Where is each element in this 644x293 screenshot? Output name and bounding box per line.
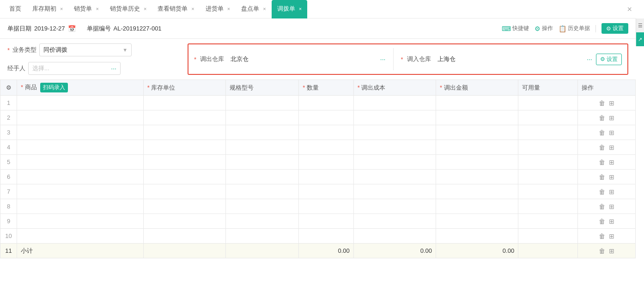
unit-cell[interactable] [143,155,225,170]
transfer-cost-cell[interactable] [353,184,436,199]
copy-icon[interactable]: ⊞ [609,99,614,107]
transfer-amount-cell[interactable] [436,214,518,229]
product-cell[interactable] [17,184,144,199]
tab-purchase-order-close[interactable]: × [227,6,230,12]
product-cell[interactable] [17,199,144,214]
copy-icon[interactable]: ⊞ [609,203,614,210]
delete-icon[interactable]: 🗑 [599,188,605,195]
handler-more-icon[interactable]: ··· [111,65,116,72]
tab-transfer-order[interactable]: 调拨单 × [272,0,307,18]
tab-inventory-count-close[interactable]: × [263,6,266,12]
scan-button[interactable]: 扫码录入 [40,83,68,92]
quantity-cell[interactable] [299,140,354,155]
tab-transfer-order-close[interactable]: × [299,6,302,12]
transfer-amount-cell[interactable] [436,140,518,155]
product-cell[interactable] [17,155,144,170]
unit-cell[interactable] [143,214,225,229]
quantity-cell[interactable] [299,96,354,110]
spec-cell[interactable] [225,155,298,170]
business-type-select[interactable]: 同价调拨 ▼ [39,43,132,56]
copy-icon[interactable]: ⊞ [609,218,614,225]
tab-sales-order[interactable]: 销货单 × [68,0,104,18]
unit-cell[interactable] [143,199,225,214]
unit-cell[interactable] [143,229,225,244]
delete-icon[interactable]: 🗑 [599,247,605,255]
delete-icon[interactable]: 🗑 [599,99,605,107]
spec-cell[interactable] [225,199,298,214]
tab-view-sales[interactable]: 查看销货单 × [152,0,200,18]
product-cell[interactable] [17,229,144,244]
spec-cell[interactable] [225,184,298,199]
tab-sales-history-close[interactable]: × [144,6,146,12]
quantity-cell[interactable] [299,184,354,199]
quantity-cell[interactable] [299,155,354,170]
transfer-cost-cell[interactable] [353,155,436,170]
transfer-cost-cell[interactable] [353,214,436,229]
transfer-cost-cell[interactable] [353,110,436,125]
copy-icon[interactable]: ⊞ [609,247,614,255]
delete-icon[interactable]: 🗑 [599,114,605,122]
transfer-cost-cell[interactable] [353,199,436,214]
transfer-amount-cell[interactable] [436,96,518,110]
tab-inventory-init[interactable]: 库存期初 × [27,0,68,18]
spec-cell[interactable] [225,125,298,140]
tab-inventory-count[interactable]: 盘点单 × [236,0,271,18]
transfer-amount-cell[interactable] [436,199,518,214]
calendar-icon[interactable]: 📅 [68,25,76,32]
unit-cell[interactable] [143,110,225,125]
quantity-cell[interactable] [299,110,354,125]
product-cell[interactable] [17,110,144,125]
transfer-cost-cell[interactable] [353,125,436,140]
transfer-amount-cell[interactable] [436,170,518,184]
unit-cell[interactable] [143,184,225,199]
transfer-in-more-icon[interactable]: ··· [587,55,592,63]
spec-cell[interactable] [225,110,298,125]
copy-icon[interactable]: ⊞ [609,144,614,151]
warehouse-settings-button[interactable]: ⚙ 设置 [596,54,622,65]
quantity-cell[interactable] [299,199,354,214]
transfer-amount-cell[interactable] [436,110,518,125]
quantity-cell[interactable] [299,125,354,140]
tab-purchase-order[interactable]: 进货单 × [200,0,236,18]
operation-button[interactable]: ⚙ 操作 [535,24,553,32]
unit-cell[interactable] [143,125,225,140]
copy-icon[interactable]: ⊞ [609,129,614,136]
delete-icon[interactable]: 🗑 [599,203,605,210]
tab-sales-history[interactable]: 销货单历史 × [104,0,152,18]
product-cell[interactable] [17,140,144,155]
transfer-cost-cell[interactable] [353,96,436,110]
copy-icon[interactable]: ⊞ [609,173,614,181]
sidebar-export-icon[interactable]: ↗ [636,32,644,46]
delete-icon[interactable]: 🗑 [599,129,605,136]
unit-cell[interactable] [143,96,225,110]
tab-home[interactable]: 首页 [4,0,27,18]
delete-icon[interactable]: 🗑 [599,173,605,181]
spec-cell[interactable] [225,214,298,229]
tab-view-sales-close[interactable]: × [191,6,194,12]
delete-icon[interactable]: 🗑 [599,232,605,240]
unit-cell[interactable] [143,140,225,155]
delete-icon[interactable]: 🗑 [599,144,605,151]
transfer-amount-cell[interactable] [436,229,518,244]
copy-icon[interactable]: ⊞ [609,114,614,122]
transfer-amount-cell[interactable] [436,184,518,199]
sidebar-list-icon[interactable]: ☰ [636,18,644,32]
product-cell[interactable] [17,170,144,184]
copy-icon[interactable]: ⊞ [609,232,614,240]
quantity-cell[interactable] [299,214,354,229]
transfer-out-more-icon[interactable]: ··· [380,55,386,63]
spec-cell[interactable] [225,140,298,155]
transfer-cost-cell[interactable] [353,140,436,155]
transfer-cost-cell[interactable] [353,170,436,184]
quantity-cell[interactable] [299,229,354,244]
transfer-cost-cell[interactable] [353,229,436,244]
copy-icon[interactable]: ⊞ [609,159,614,166]
tab-bar-close-button[interactable]: × [627,4,632,14]
setting-button[interactable]: ⚙ 设置 [601,23,628,34]
transfer-amount-cell[interactable] [436,125,518,140]
col-settings[interactable]: ⚙ [0,80,17,96]
transfer-amount-cell[interactable] [436,155,518,170]
product-cell[interactable] [17,125,144,140]
tab-inventory-init-close[interactable]: × [60,6,63,12]
spec-cell[interactable] [225,170,298,184]
